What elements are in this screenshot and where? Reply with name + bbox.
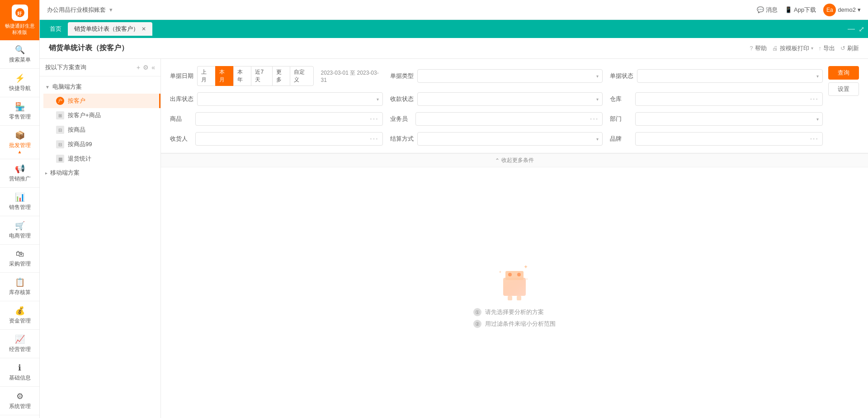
panel-collapse-btn[interactable]: « [151, 64, 155, 71]
page-content: 销货单统计表（按客户） ? 帮助 🖨 按模板打印 ▾ ↑ 导出 ↺ 刷新 [40, 38, 868, 418]
sidebar-item-purchase[interactable]: 🛍 采购管理 [0, 245, 39, 273]
consignee-input[interactable]: ··· [195, 132, 383, 146]
basics-icon: ℹ [18, 363, 21, 373]
panel-settings-btn[interactable]: ⚙ [143, 64, 149, 71]
pay-status-label: 收款状态 [390, 95, 414, 103]
page-actions: ? 帮助 🖨 按模板打印 ▾ ↑ 导出 ↺ 刷新 [750, 44, 859, 52]
mobile-group-arrow: ▸ [45, 171, 47, 176]
tree-item-return-stats[interactable]: ▦ 退货统计 [43, 152, 160, 166]
tree-item-by-customer[interactable]: 户 按客户 [43, 94, 160, 108]
tree-item-by-customer-product[interactable]: ⊞ 按客户+商品 [43, 108, 160, 123]
svg-point-5 [517, 273, 521, 276]
refresh-icon: ↺ [840, 45, 845, 52]
download-icon: 📱 [785, 6, 792, 13]
pay-status-input[interactable]: ▾ [417, 92, 603, 106]
brand-input[interactable]: ··· [635, 132, 823, 146]
date-tab-last-7[interactable]: 近7天 [251, 66, 272, 86]
out-status-input[interactable]: ▾ [197, 92, 383, 106]
app-download-btn[interactable]: 📱 App下载 [785, 6, 816, 14]
tree-item-by-product-99[interactable]: ⊟ 按商品99 [43, 137, 160, 152]
tip-1-num: ① [473, 308, 481, 316]
salesperson-input[interactable]: ··· [415, 112, 603, 126]
tab-close-icon[interactable]: ✕ [142, 26, 146, 32]
department-label: 部门 [610, 115, 632, 123]
tree-item-by-product[interactable]: ⊟ 按商品 [43, 123, 160, 137]
empty-tip-1: ① 请先选择要分析的方案 [473, 308, 556, 316]
svg-point-4 [508, 273, 512, 276]
system-icon: ⚙ [16, 391, 24, 401]
sidebar-item-quick-nav[interactable]: ⚡ 快捷导航 [0, 69, 39, 97]
quick-nav-icon: ⚡ [15, 73, 25, 83]
collapse-bar[interactable]: ⌃ 收起更多条件 [161, 153, 868, 167]
empty-tips: ① 请先选择要分析的方案 ② 用过滤条件来缩小分析范围 [473, 308, 556, 328]
tab-sales-report[interactable]: 销货单统计表（按客户） ✕ [68, 22, 152, 36]
department-caret: ▾ [816, 117, 819, 122]
empty-tip-2: ② 用过滤条件来缩小分析范围 [473, 320, 556, 328]
page-title: 销货单统计表（按客户） [49, 43, 128, 53]
date-tab-this-year[interactable]: 本年 [233, 66, 251, 86]
tab-home[interactable]: 首页 [43, 22, 68, 36]
query-button[interactable]: 查询 [828, 66, 859, 80]
message-btn[interactable]: 💬 消息 [757, 6, 778, 14]
department-input[interactable]: ▾ [635, 112, 823, 126]
date-tab-more[interactable]: 更多 [272, 66, 290, 86]
pay-status-caret: ▾ [596, 97, 599, 102]
sidebar-item-enterprise[interactable]: 🤝 企业协同 [0, 415, 39, 418]
settlement-input[interactable]: ▾ [417, 132, 603, 146]
filter-department-field: 部门 ▾ [610, 112, 823, 126]
doc-type-label: 单据类型 [390, 72, 414, 80]
filter-warehouse-field: 仓库 ··· [610, 92, 823, 106]
warehouse-input[interactable]: ··· [635, 92, 823, 106]
tree-group-mobile[interactable]: ▸ 移动端方案 [40, 166, 160, 180]
svg-rect-6 [508, 296, 512, 300]
doc-type-input[interactable]: ▾ [417, 69, 603, 83]
date-tab-custom[interactable]: 自定义 [290, 66, 313, 86]
filter-product-field: 商品 ··· [170, 112, 383, 126]
svg-text:✦: ✦ [499, 270, 502, 274]
sidebar-item-wholesale[interactable]: 📦 批发管理 ▲ [0, 126, 39, 159]
template-print-btn[interactable]: 🖨 按模板打印 ▾ [772, 44, 813, 52]
sidebar-item-retail[interactable]: 🏪 零售管理 [0, 97, 39, 126]
user-menu[interactable]: Ea demo2 ▾ [823, 4, 861, 16]
product-input[interactable]: ··· [195, 112, 383, 126]
panel-add-btn[interactable]: + [137, 64, 140, 71]
help-icon: ? [750, 45, 753, 52]
setting-button[interactable]: 设置 [828, 82, 859, 96]
desktop-group-arrow: ▼ [45, 85, 50, 90]
marketing-icon: 📢 [15, 164, 25, 174]
wholesale-icon: 📦 [15, 130, 25, 140]
refresh-btn[interactable]: ↺ 刷新 [840, 44, 859, 52]
sidebar-item-system[interactable]: ⚙ 系统管理 [0, 387, 39, 415]
filter-row-2: 出库状态 ▾ 收款状态 ▾ [170, 92, 823, 106]
by-customer-icon: 户 [56, 97, 64, 105]
salesperson-dots: ··· [590, 115, 599, 123]
industry-dropdown-icon[interactable]: ▾ [109, 6, 113, 13]
doc-status-input[interactable]: ▾ [637, 69, 823, 83]
svg-text:✦: ✦ [526, 278, 528, 280]
date-tab-last-month[interactable]: 上月 [197, 66, 215, 86]
date-tab-this-month[interactable]: 本月 [215, 66, 233, 86]
help-btn[interactable]: ? 帮助 [750, 44, 766, 52]
tree-group-desktop[interactable]: ▼ 电脑端方案 [40, 80, 160, 94]
tab-minimize-btn[interactable]: — [848, 25, 855, 33]
top-header: 办公用品行业模拟账套 ▾ 💬 消息 📱 App下载 Ea demo2 ▾ [40, 0, 868, 20]
filter-pay-status-field: 收款状态 ▾ [390, 92, 603, 106]
app-logo: 好 畅捷通好生意 标准版 [0, 0, 40, 40]
tip-2-text: 用过滤条件来缩小分析范围 [485, 320, 556, 328]
filter-doc-status-field: 单据状态 ▾ [610, 69, 823, 83]
sidebar-item-marketing[interactable]: 📢 营销推广 [0, 159, 39, 188]
tab-maximize-btn[interactable]: ⤢ [859, 25, 864, 33]
sidebar-item-ecommerce[interactable]: 🛒 电商管理 [0, 216, 39, 245]
date-filter: 上月 本月 本年 近7天 更多 自定义 2023-03-01 至 2023-03… [197, 66, 383, 86]
export-btn[interactable]: ↑ 导出 [819, 44, 835, 52]
sidebar-item-search-menu[interactable]: 🔍 搜索菜单 [0, 40, 39, 69]
sidebar-item-sales[interactable]: 📊 销售管理 [0, 188, 39, 216]
sidebar-item-basics[interactable]: ℹ 基础信息 [0, 358, 39, 387]
filter-section: 单据日期 上月 本月 本年 近7天 更多 自定义 [161, 59, 868, 153]
industry-selector[interactable]: 办公用品行业模拟账套 [47, 6, 106, 14]
page-header: 销货单统计表（按客户） ? 帮助 🖨 按模板打印 ▾ ↑ 导出 ↺ 刷新 [40, 38, 868, 59]
sidebar-item-finance[interactable]: 💰 资金管理 [0, 301, 39, 330]
product-label: 商品 [170, 115, 192, 123]
sidebar-item-inventory[interactable]: 📋 库存核算 [0, 273, 39, 301]
sidebar-item-operations[interactable]: 📈 经营管理 [0, 330, 39, 358]
